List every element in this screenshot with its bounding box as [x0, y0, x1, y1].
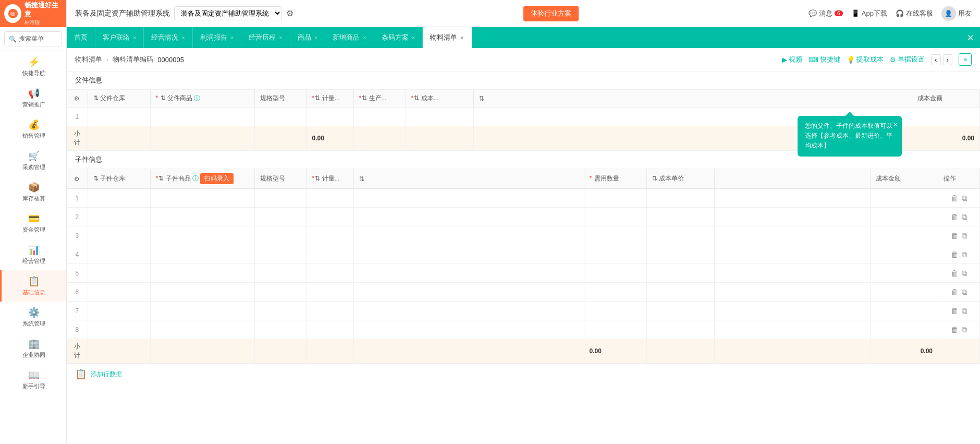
trial-button[interactable]: 体验行业方案 [523, 6, 579, 21]
child-row-spec[interactable] [254, 245, 307, 264]
online-service-item[interactable]: 🎧 在线客服 [896, 9, 933, 18]
tab-bom-close[interactable]: × [460, 34, 463, 41]
delete-icon[interactable]: 🗑 [951, 287, 959, 297]
next-button[interactable]: › [943, 54, 952, 65]
tooltip-close-button[interactable]: × [893, 119, 898, 130]
tab-products-close[interactable]: × [314, 34, 317, 41]
delete-icon[interactable]: 🗑 [951, 269, 959, 278]
child-row-qty[interactable] [584, 189, 646, 208]
tab-bom[interactable]: 物料清单 × [423, 27, 471, 48]
tab-operations-status[interactable]: 经营情况 × [144, 27, 192, 48]
child-row-product[interactable] [150, 208, 254, 226]
settings-icon[interactable]: ⚙ [286, 8, 293, 18]
sidebar-item-basic-info[interactable]: 📋 基础信息 [0, 270, 66, 302]
child-row-warehouse[interactable] [88, 208, 150, 226]
tab-new-product[interactable]: 新增商品 × [325, 27, 374, 48]
child-row-unit-cost[interactable] [646, 320, 714, 339]
child-row-spec[interactable] [254, 226, 307, 245]
child-row-qty[interactable] [584, 302, 646, 320]
child-row-product[interactable] [150, 245, 254, 264]
sidebar-item-guide[interactable]: 📖 新手引导 [0, 364, 66, 395]
child-row-spec[interactable] [254, 264, 307, 283]
view-video-action[interactable]: ▶ 视频 [782, 55, 802, 64]
delete-icon[interactable]: 🗑 [951, 306, 959, 316]
child-row-product[interactable] [150, 283, 254, 302]
copy-icon[interactable]: ⧉ [962, 306, 967, 316]
child-row-unit[interactable] [307, 283, 353, 302]
child-row-unit-cost[interactable] [646, 283, 714, 302]
child-row-unit-cost[interactable] [646, 302, 714, 320]
child-row-product[interactable] [150, 189, 254, 208]
child-row-warehouse[interactable] [88, 320, 150, 339]
parent-row-unit[interactable] [307, 107, 353, 126]
tab-customer-close[interactable]: × [133, 34, 136, 41]
child-row-product[interactable] [150, 302, 254, 320]
child-row-unit[interactable] [307, 264, 353, 283]
child-row-spec[interactable] [254, 320, 307, 339]
copy-icon[interactable]: ⧉ [962, 194, 967, 203]
prev-button[interactable]: ‹ [931, 54, 940, 65]
child-row-unit-cost[interactable] [646, 226, 714, 245]
tab-ops-close[interactable]: × [181, 34, 185, 41]
tab-customer[interactable]: 客户联络 × [95, 27, 144, 48]
list-view-button[interactable]: ≡ [959, 53, 972, 66]
parent-row-production[interactable] [353, 107, 406, 126]
child-row-spec[interactable] [254, 208, 307, 226]
child-settings-icon[interactable]: ⚙ [74, 175, 80, 183]
parent-row-cost[interactable] [406, 107, 473, 126]
child-row-unit-cost[interactable] [646, 245, 714, 264]
tab-home[interactable]: 首页 [67, 27, 95, 48]
sidebar-item-system[interactable]: ⚙️ 系统管理 [0, 302, 66, 333]
sidebar-item-enterprise[interactable]: 🏢 企业协同 [0, 333, 66, 364]
child-row-spec[interactable] [254, 283, 307, 302]
parent-row-spec[interactable] [254, 107, 307, 126]
child-row-unit[interactable] [307, 245, 353, 264]
child-row-spec[interactable] [254, 189, 307, 208]
tab-profit-close[interactable]: × [230, 34, 234, 41]
sidebar-item-marketing[interactable]: 📢 营销推广 [0, 82, 66, 114]
tab-history-close[interactable]: × [279, 34, 282, 41]
child-row-unit-cost[interactable] [646, 264, 714, 283]
sidebar-item-operations[interactable]: 📊 经营管理 [0, 239, 66, 270]
delete-icon[interactable]: 🗑 [951, 325, 959, 334]
copy-icon[interactable]: ⧉ [962, 231, 967, 241]
child-row-unit-cost[interactable] [646, 208, 714, 226]
tab-barcode-close[interactable]: × [412, 34, 415, 41]
child-row-unit[interactable] [307, 189, 353, 208]
child-row-product[interactable] [150, 264, 254, 283]
delete-icon[interactable]: 🗑 [951, 231, 959, 241]
sidebar-item-quick-nav[interactable]: ⚡ 快捷导航 [0, 51, 66, 82]
child-row-qty[interactable] [584, 245, 646, 264]
sidebar-item-finance[interactable]: 💳 资金管理 [0, 208, 66, 239]
tab-barcode[interactable]: 条码方案 × [374, 27, 423, 48]
copy-icon[interactable]: ⧉ [962, 212, 967, 222]
parent-row-product[interactable] [150, 107, 254, 126]
child-row-warehouse[interactable] [88, 302, 150, 320]
copy-icon[interactable]: ⧉ [962, 269, 967, 278]
child-row-warehouse[interactable] [88, 189, 150, 208]
child-row-warehouse[interactable] [88, 226, 150, 245]
child-row-spec[interactable] [254, 302, 307, 320]
child-row-unit[interactable] [307, 320, 353, 339]
child-row-qty[interactable] [584, 208, 646, 226]
bottom-hint[interactable]: 添加行数据 [91, 370, 122, 379]
tab-new-product-close[interactable]: × [363, 34, 366, 41]
shortcut-action[interactable]: ⌨ 快捷键 [808, 55, 840, 64]
copy-icon[interactable]: ⧉ [962, 287, 967, 297]
child-row-product[interactable] [150, 226, 254, 245]
tab-history[interactable]: 经营历程 × [241, 27, 290, 48]
copy-icon[interactable]: ⧉ [962, 250, 967, 259]
sidebar-item-sales[interactable]: 💰 销售管理 [0, 114, 66, 145]
child-row-unit[interactable] [307, 302, 353, 320]
child-row-qty[interactable] [584, 283, 646, 302]
close-all-tabs[interactable]: ✕ [961, 33, 980, 43]
delete-icon[interactable]: 🗑 [951, 250, 959, 259]
copy-icon[interactable]: ⧉ [962, 325, 967, 334]
scan-button[interactable]: 扫码录入 [200, 173, 234, 184]
tab-profit[interactable]: 利润报告 × [193, 27, 241, 48]
sidebar-item-purchase[interactable]: 🛒 采购管理 [0, 145, 66, 176]
delete-icon[interactable]: 🗑 [951, 194, 959, 203]
child-row-unit[interactable] [307, 226, 353, 245]
child-row-warehouse[interactable] [88, 283, 150, 302]
extract-cost-action[interactable]: 💡 提取成本 [847, 55, 884, 64]
